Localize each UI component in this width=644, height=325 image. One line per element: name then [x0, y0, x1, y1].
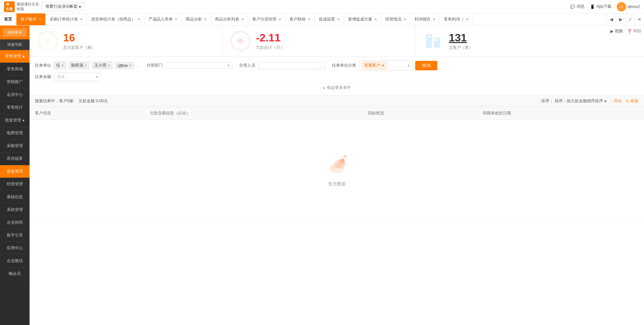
tab-purchase-order-stats[interactable]: 采购订单统计表 ✕ — [46, 13, 87, 26]
empty-state: 暂无数据 — [35, 123, 639, 214]
sort-select[interactable]: 排序： 排序：按欠款金额倒序排序 ▾ — [541, 98, 606, 104]
stat1-value: 16 — [63, 32, 95, 44]
sidebar-item-batch-mgmt[interactable]: 批发管理 ▾ — [0, 114, 30, 127]
stat2-text: -2.11 欠款合计（万） — [256, 32, 284, 50]
sidebar-item-new-guide[interactable]: 新手引导 — [0, 229, 30, 242]
unit-type-select[interactable]: 普通客户 ✕ ▾ — [359, 60, 413, 71]
tab-product-analysis[interactable]: 商品分析 ✕ — [182, 13, 211, 26]
tab-customer-contact[interactable]: 客户联络 ✕ — [286, 13, 315, 26]
nav-prev-btn[interactable]: ◀ — [606, 13, 616, 26]
tab-product-analysis-list[interactable]: 商品分析列表 ✕ — [211, 13, 248, 26]
sidebar-item-basic-info[interactable]: 基础信息 — [0, 191, 30, 204]
stat-helper-btns: ▶ 视频 ❓ 帮助 — [608, 26, 644, 37]
chevron-down-icon: ▾ — [408, 64, 410, 67]
chevron-down-icon: ▾ — [96, 75, 98, 79]
stat3-text: 131 总客户（家） — [449, 32, 473, 50]
tab-product-inbound[interactable]: 产成品入库单 ✕ — [144, 13, 182, 26]
nav-end-btns: ◀ ▶ ⤢ ✕ — [606, 13, 644, 26]
sidebar-item-app-center[interactable]: 应用中心 — [0, 242, 30, 255]
tab-close-icon[interactable]: ✕ — [337, 17, 340, 21]
export-icon: ↑ — [610, 99, 612, 104]
tab-customer-tier[interactable]: 客户分层经营 ✕ — [248, 13, 286, 26]
tab-retail-profit[interactable]: 零售利润（ ✕ — [440, 13, 473, 26]
results-actions: 排序： 排序：按欠款金额倒序排序 ▾ ↑ 导出 ↻ 刷新 — [541, 98, 639, 104]
tab-close-icon[interactable]: ✕ — [204, 17, 207, 21]
tab-close-icon[interactable]: ✕ — [278, 17, 281, 21]
sidebar-item-retail-mall[interactable]: 零售商城 — [0, 63, 30, 76]
sidebar: 搜索菜单 快捷导航 零售管理 ▾ 零售商城 营销推广 会员中心 零售统计 批发管… — [0, 26, 30, 325]
tag-close-chen[interactable]: ✕ — [84, 64, 87, 67]
query-button[interactable]: 查询 — [415, 61, 437, 70]
sidebar-item-vip-member[interactable]: 畅会员 — [0, 267, 30, 280]
tab-raise-settings[interactable]: 提成设置 ✕ — [315, 13, 344, 26]
tab-operations[interactable]: 经营情况 ✕ — [381, 13, 411, 26]
refresh-btn[interactable]: ↻ 刷新 — [626, 98, 639, 104]
help-btn[interactable]: ❓ 帮助 — [627, 28, 641, 34]
sidebar-item-member-center[interactable]: 会员中心 — [0, 88, 30, 101]
svg-text:¥: ¥ — [45, 37, 50, 45]
collapse-icon: ∧ — [323, 85, 326, 90]
tag-close-cjttcw[interactable]: ✕ — [129, 64, 131, 67]
sidebar-item-retail-mgmt[interactable]: 零售管理 ▾ — [0, 50, 30, 63]
message-btn[interactable]: 💬 消息 — [570, 4, 585, 9]
balance-label: 往来余额 — [35, 74, 51, 80]
sidebar-item-purchase-mgmt[interactable]: 采购管理 — [0, 140, 30, 152]
unit-type-close[interactable]: ✕ — [381, 63, 385, 68]
tab-close-icon[interactable]: ✕ — [137, 17, 140, 21]
search-menu-btn[interactable]: 搜索菜单 — [3, 28, 27, 37]
sidebar-item-sys-mgmt[interactable]: 系统管理 — [0, 204, 30, 216]
sidebar-item-inventory-check[interactable]: 库存核算 — [0, 152, 30, 165]
tab-profit-report[interactable]: 利润报告 ✕ — [411, 13, 440, 26]
tab-close-icon[interactable]: ✕ — [308, 17, 310, 21]
chevron-down-icon: ▾ — [228, 64, 229, 67]
enterprise-select[interactable]: 母婴行业演示帐套 ▾ — [42, 2, 85, 11]
tab-close-icon[interactable]: ✕ — [433, 17, 435, 21]
tab-inbound-stats[interactable]: 进货单统计表（按商品） ✕ — [87, 13, 144, 26]
svg-point-11 — [330, 165, 337, 169]
tab-close-icon[interactable]: ✕ — [80, 17, 83, 21]
tab-close-icon[interactable]: ✕ — [241, 17, 244, 21]
video-btn[interactable]: ▶ 视频 — [610, 28, 623, 34]
nav-next-btn[interactable]: ▶ — [616, 13, 625, 26]
sidebar-item-finance-mgmt[interactable]: 资金管理 — [0, 165, 30, 178]
logo-text: 畅捷通好生意 标版 — [17, 2, 39, 11]
person-select[interactable]: ... — [258, 62, 325, 69]
col-debt-info: 欠款交易信息（占比） — [144, 107, 363, 120]
export-btn[interactable]: ↑ 导出 — [610, 98, 622, 104]
filter-more-tags[interactable]: ... — [136, 63, 140, 68]
sidebar-item-ops-mgmt[interactable]: 经营管理 — [0, 178, 30, 191]
stat2-value: -2.11 — [256, 32, 284, 44]
svg-rect-6 — [435, 39, 437, 41]
stat-card-debt: -2.11 欠款合计（万） — [222, 26, 415, 57]
stat1-icon-area: ¥ — [38, 31, 58, 51]
balance-select[interactable]: 选择... ▾ — [54, 73, 101, 81]
nav-close-btn[interactable]: ✕ — [635, 13, 644, 26]
tab-close-icon[interactable]: ✕ — [403, 17, 406, 21]
app-download-btn[interactable]: 📱 App下载 — [590, 4, 611, 9]
sidebar-item-enterprise-wechat[interactable]: 企业微信 — [0, 255, 30, 267]
help-icon: ❓ — [627, 29, 632, 34]
tab-close-icon[interactable]: ✕ — [466, 17, 469, 21]
sidebar-label: 零售管理 — [5, 53, 21, 59]
nav-expand-btn[interactable]: ⤢ — [625, 13, 635, 26]
dept-select[interactable]: ▾ — [165, 62, 232, 69]
sidebar-item-marketing[interactable]: 营销推广 — [0, 76, 30, 88]
tab-new-raise-plan[interactable]: 新增提成方案 ✕ — [344, 13, 381, 26]
tab-customer-accounts[interactable]: 客户账本 ✕ — [16, 13, 46, 26]
more-icon: ... — [319, 63, 322, 68]
sidebar-item-retail-stats[interactable]: 零售统计 — [0, 101, 30, 114]
tab-close-icon[interactable]: ✕ — [374, 17, 377, 21]
tag-close-wu[interactable]: ✕ — [61, 64, 64, 67]
tab-close-icon[interactable]: ✕ — [39, 17, 41, 21]
sidebar-item-ecommerce-mgmt[interactable]: 电商管理 — [0, 127, 30, 140]
quick-nav-btn[interactable]: 快捷导航 — [0, 39, 30, 50]
sidebar-item-enterprise-collab[interactable]: 企业协同 — [0, 216, 30, 229]
user-avatar[interactable]: d demo2 — [617, 2, 640, 11]
tab-home[interactable]: 首页 — [0, 13, 16, 26]
collapse-conditions-btn[interactable]: ∧ 收起更多条件 — [35, 83, 639, 92]
content-area: ¥ 16 总欠款客户（家） -2.11 欠款合计（ — [30, 26, 644, 325]
logo-area: 好生意 畅捷通好生意 标版 — [4, 1, 39, 12]
tag-close-wang[interactable]: ✕ — [108, 64, 110, 67]
tab-close-icon[interactable]: ✕ — [175, 17, 177, 21]
sidebar-search-area: 搜索菜单 — [0, 26, 30, 39]
